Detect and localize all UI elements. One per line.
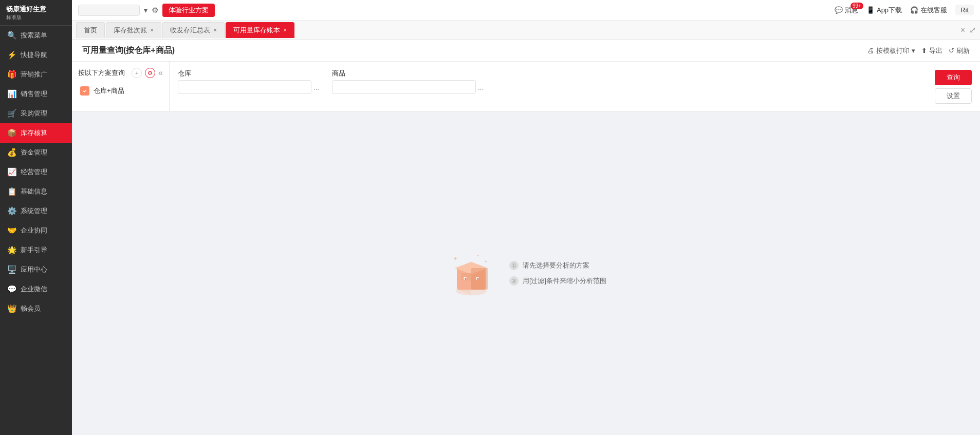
- tab-2[interactable]: 收发存汇总表×: [162, 22, 225, 38]
- tab-close-icon[interactable]: ×: [960, 26, 965, 35]
- print-icon: 🖨: [867, 47, 874, 54]
- refresh-btn[interactable]: ↺ 刷新: [949, 46, 970, 55]
- sidebar-label-11: 新手引导: [21, 245, 47, 255]
- sidebar-item-5[interactable]: 📦 库存核算: [0, 123, 72, 143]
- topbar-user[interactable]: Rit: [955, 5, 974, 15]
- svg-rect-3: [471, 268, 488, 290]
- export-btn[interactable]: ⬆ 导出: [921, 46, 942, 55]
- sidebar-item-7[interactable]: 📈 经营管理: [0, 162, 72, 182]
- tip-text-2: 用[过滤]条件来缩小分析范围: [523, 276, 606, 286]
- sidebar-item-2[interactable]: 🎁 营销推广: [0, 65, 72, 84]
- sidebar-icon-10: 🤝: [7, 226, 16, 235]
- sidebar-icon-2: 🎁: [7, 70, 16, 79]
- sidebar-label-8: 基础信息: [21, 187, 47, 196]
- sidebar-label-10: 企业协同: [21, 226, 47, 235]
- sidebar-icon-4: 🛒: [7, 109, 16, 118]
- sidebar-item-8[interactable]: 📋 基础信息: [0, 182, 72, 201]
- topbar: ▾ ⚙ 体验行业方案 💬 消息 99+ 📱 App下载 🎧 在线客服 Rit: [72, 0, 980, 21]
- warehouse-input[interactable]: [178, 80, 311, 94]
- topbar-gear-icon[interactable]: ⚙: [152, 6, 158, 15]
- sidebar-label-2: 营销推广: [21, 70, 47, 79]
- warehouse-more-btn[interactable]: ...: [313, 83, 320, 91]
- sidebar-icon-14: 👑: [7, 304, 16, 313]
- topbar-search-input[interactable]: [78, 5, 140, 16]
- tab-close-2[interactable]: ×: [213, 27, 217, 33]
- goods-input[interactable]: [332, 80, 476, 94]
- tab-1[interactable]: 库存批次账×: [106, 22, 161, 38]
- tab-expand-icon[interactable]: ⤢: [969, 25, 976, 35]
- add-scheme-btn[interactable]: +: [132, 68, 142, 78]
- sidebar-label-14: 畅会员: [21, 304, 41, 313]
- tab-0[interactable]: 首页: [76, 22, 105, 38]
- warehouse-label: 仓库: [178, 69, 320, 78]
- svg-text:✦: ✦: [484, 259, 488, 264]
- scheme-name: 仓库+商品: [94, 86, 124, 96]
- tab-3[interactable]: 可用量库存账本×: [226, 22, 294, 38]
- sidebar-icon-3: 📊: [7, 89, 16, 99]
- filter-sidebar: 按以下方案查询 + ⚙ « 仓库+商品: [72, 62, 170, 111]
- export-icon: ⬆: [921, 47, 927, 54]
- scheme-item[interactable]: 仓库+商品: [72, 82, 169, 100]
- sidebar-label-7: 经营管理: [21, 167, 47, 177]
- tab-close-3[interactable]: ×: [283, 27, 287, 33]
- empty-state: ✦ ✦ ✦ ① 请先选择要分析的方案 ② 用[过滤]条件来缩小分析范围: [72, 111, 980, 435]
- sidebar-icon-8: 📋: [7, 187, 16, 196]
- tab-label-0: 首页: [84, 26, 97, 35]
- sidebar-label-3: 销售管理: [21, 89, 47, 99]
- sidebar-item-6[interactable]: 💰 资金管理: [0, 143, 72, 162]
- sidebar-icon-12: 🖥️: [7, 265, 16, 274]
- msg-badge: 99+: [850, 3, 863, 9]
- page-actions: 🖨 按模板打印 ▾ ⬆ 导出 ↺ 刷新: [867, 46, 970, 55]
- filter-sidebar-icons: + ⚙ «: [132, 68, 163, 78]
- sidebar-icon-6: 💰: [7, 148, 16, 157]
- filter-sidebar-header: 按以下方案查询 + ⚙ «: [72, 68, 169, 82]
- topbar-app[interactable]: 📱 App下载: [866, 6, 902, 15]
- scheme-settings-btn[interactable]: ⚙: [145, 68, 155, 78]
- sidebar-item-11[interactable]: 🌟 新手引导: [0, 240, 72, 260]
- topbar-msg[interactable]: 💬 消息 99+: [835, 6, 858, 15]
- sidebar-item-14[interactable]: 👑 畅会员: [0, 299, 72, 318]
- topbar-service[interactable]: 🎧 在线客服: [910, 6, 947, 15]
- sidebar-label-5: 库存核算: [21, 128, 47, 138]
- topbar-dropdown-btn[interactable]: ▾: [144, 6, 147, 14]
- sidebar-icon-13: 💬: [7, 285, 16, 294]
- sidebar-label-1: 快捷导航: [21, 50, 47, 60]
- sidebar-icon-0: 🔍: [7, 31, 16, 40]
- tab-label-1: 库存批次账: [114, 26, 147, 35]
- sidebar-icon-9: ⚙️: [7, 206, 16, 216]
- sidebar-item-1[interactable]: ⚡ 快捷导航: [0, 45, 72, 65]
- tip-text-1: 请先选择要分析的方案: [523, 261, 589, 270]
- sidebar-item-10[interactable]: 🤝 企业协同: [0, 221, 72, 240]
- sidebar-label-13: 企业微信: [21, 285, 47, 294]
- goods-more-btn[interactable]: ...: [478, 83, 484, 91]
- sidebar-item-13[interactable]: 💬 企业微信: [0, 279, 72, 299]
- tip-num-2: ②: [509, 276, 519, 286]
- sidebar: 畅康通好生意 标准版 🔍 搜索菜单 ⚡ 快捷导航 🎁 营销推广 📊 销售管理 🛒…: [0, 0, 72, 435]
- svg-point-7: [465, 278, 466, 280]
- filter-sidebar-label: 按以下方案查询: [78, 68, 125, 78]
- app-download-icon: 📱: [866, 6, 875, 14]
- sidebar-scroll: 🔍 搜索菜单 ⚡ 快捷导航 🎁 营销推广 📊 销售管理 🛒 采购管理 📦 库存核…: [0, 26, 72, 435]
- sidebar-item-12[interactable]: 🖥️ 应用中心: [0, 260, 72, 279]
- setting-btn[interactable]: 设置: [935, 88, 972, 104]
- sidebar-icon-1: ⚡: [7, 50, 16, 60]
- sidebar-item-3[interactable]: 📊 销售管理: [0, 84, 72, 104]
- sidebar-item-4[interactable]: 🛒 采购管理: [0, 104, 72, 123]
- sidebar-item-9[interactable]: ⚙️ 系统管理: [0, 201, 72, 221]
- app-label: App下载: [877, 6, 902, 15]
- sidebar-label-9: 系统管理: [21, 206, 47, 216]
- industry-solution-btn[interactable]: 体验行业方案: [162, 4, 215, 17]
- service-label: 在线客服: [920, 6, 947, 15]
- message-icon: 💬: [835, 6, 843, 14]
- tabbar: 首页库存批次账×收发存汇总表×可用量库存账本× × ⤢: [72, 21, 980, 40]
- print-btn[interactable]: 🖨 按模板打印 ▾: [867, 46, 915, 55]
- query-btn[interactable]: 查询: [935, 70, 972, 85]
- collapse-btn[interactable]: «: [158, 68, 163, 78]
- tab-label-3: 可用量库存账本: [233, 26, 280, 35]
- tab-close-1[interactable]: ×: [150, 27, 154, 33]
- filter-goods-group: 商品 ...: [332, 69, 484, 94]
- sidebar-item-0[interactable]: 🔍 搜索菜单: [0, 26, 72, 45]
- topbar-right: 💬 消息 99+ 📱 App下载 🎧 在线客服 Rit: [835, 5, 974, 15]
- empty-tips: ① 请先选择要分析的方案 ② 用[过滤]条件来缩小分析范围: [509, 261, 606, 286]
- sidebar-icon-11: 🌟: [7, 245, 16, 255]
